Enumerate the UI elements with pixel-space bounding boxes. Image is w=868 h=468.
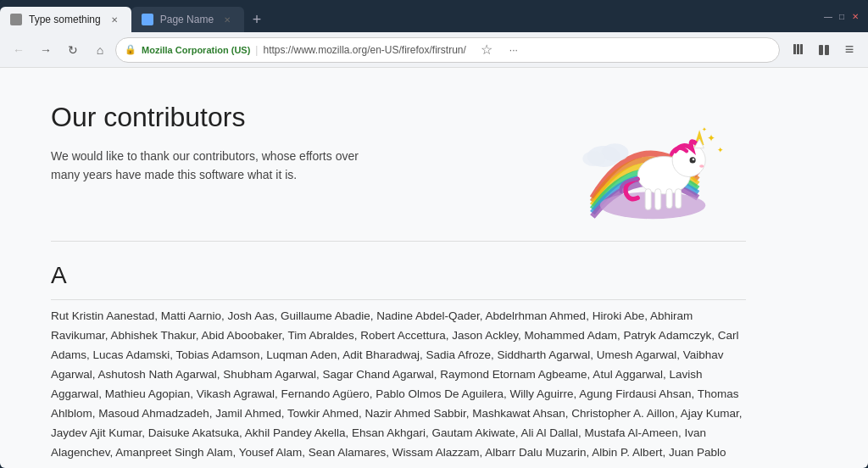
page-content: Our contributors We would like to thank … — [0, 68, 868, 468]
tab-favicon — [10, 14, 22, 25]
svg-point-12 — [699, 164, 704, 168]
menu-button[interactable]: ≡ — [837, 38, 861, 62]
bookmark-star-icon[interactable]: ☆ — [475, 38, 498, 62]
home-button[interactable]: ⌂ — [88, 38, 112, 62]
contributors-text-block: Our contributors We would like to thank … — [51, 102, 359, 185]
section-divider — [51, 241, 746, 242]
svg-rect-1 — [797, 44, 799, 54]
svg-rect-3 — [819, 45, 823, 55]
address-bar-actions: ☆ ··· — [471, 38, 526, 62]
contributors-header: Our contributors We would like to thank … — [51, 102, 746, 224]
tab-active[interactable]: Type something ✕ — [0, 7, 131, 32]
contributors-section: Our contributors We would like to thank … — [51, 102, 746, 468]
svg-rect-13 — [645, 189, 651, 210]
tab-inactive[interactable]: Page Name ✕ — [131, 7, 244, 32]
bookmarks-icon — [792, 43, 805, 57]
window-controls: — □ ✕ — [815, 10, 868, 22]
svg-point-5 — [600, 192, 705, 219]
unicorn-svg: ✦ ✦ ✦ — [576, 85, 729, 220]
svg-text:✦: ✦ — [702, 126, 707, 133]
toolbar-right: ≡ — [787, 38, 861, 62]
page-title: Our contributors — [51, 102, 359, 133]
svg-text:✦: ✦ — [707, 132, 715, 144]
tab-close-button-2[interactable]: ✕ — [220, 13, 234, 26]
forward-button[interactable]: → — [34, 38, 58, 62]
bookmarks-button[interactable] — [787, 38, 810, 62]
svg-rect-0 — [793, 44, 796, 54]
title-bar: Type something ✕ Page Name ✕ + — □ ✕ — [0, 0, 868, 32]
reload-button[interactable]: ↻ — [61, 38, 85, 62]
section-letter-a: A — [51, 262, 746, 289]
reader-icon — [817, 43, 831, 57]
tab-active-label: Type something — [29, 14, 101, 25]
browser-window: Type something ✕ Page Name ✕ + — □ ✕ ← →… — [0, 0, 868, 468]
new-tab-button[interactable]: + — [244, 7, 270, 32]
tab-favicon-2 — [142, 14, 153, 25]
maximize-button[interactable]: □ — [836, 10, 848, 22]
tab-inactive-label: Page Name — [160, 14, 214, 25]
desc-line2: many years have made this software what … — [51, 168, 297, 181]
url-display: https://www.mozilla.org/en-US/firefox/fi… — [263, 44, 465, 56]
tab-close-button[interactable]: ✕ — [108, 13, 121, 26]
svg-point-11 — [693, 159, 695, 161]
svg-rect-14 — [655, 189, 661, 210]
minimize-button[interactable]: — — [822, 10, 834, 22]
close-button[interactable]: ✕ — [849, 10, 861, 22]
section-divider-2 — [51, 299, 746, 300]
contributors-list: Rut Kristin Aanestad, Matti Aarnio, Josh… — [51, 307, 746, 468]
svg-rect-16 — [676, 189, 682, 209]
svg-rect-2 — [800, 44, 803, 54]
url-separator: | — [255, 44, 258, 56]
address-bar[interactable]: 🔒 Mozilla Corporation (US) | https://www… — [115, 37, 780, 63]
svg-point-22 — [582, 151, 605, 166]
nav-bar: ← → ↻ ⌂ 🔒 Mozilla Corporation (US) | htt… — [0, 32, 868, 68]
contributors-description: We would like to thank our contributors,… — [51, 147, 359, 185]
verified-name: Mozilla Corporation (US) — [142, 45, 250, 55]
svg-rect-15 — [666, 189, 672, 209]
lock-icon: 🔒 — [125, 44, 136, 55]
svg-text:✦: ✦ — [717, 146, 724, 154]
back-button[interactable]: ← — [7, 38, 31, 62]
svg-point-21 — [602, 143, 629, 161]
reader-view-button[interactable] — [812, 38, 836, 62]
desc-line1: We would like to thank our contributors,… — [51, 149, 359, 163]
unicorn-illustration: ✦ ✦ ✦ — [576, 85, 746, 224]
svg-rect-4 — [825, 45, 829, 55]
tabs-area: Type something ✕ Page Name ✕ + — [0, 0, 815, 32]
more-actions-icon[interactable]: ··· — [502, 38, 526, 62]
